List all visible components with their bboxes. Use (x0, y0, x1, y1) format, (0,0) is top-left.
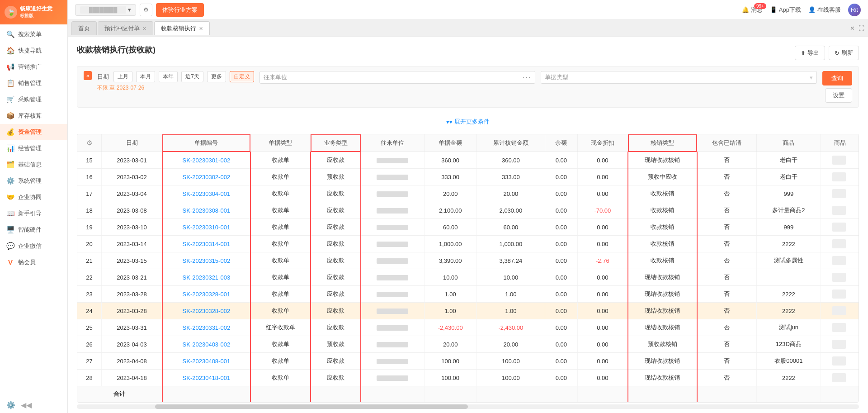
tab-receivable[interactable]: 预计冲应付单 ✕ (98, 21, 153, 35)
finance-icon: 💰 (6, 128, 14, 136)
cell-product1: 多计量商品2 (756, 202, 821, 219)
sidebar-item-inventory[interactable]: 📦 库存核算 (0, 108, 67, 124)
table-row: 18 2023-03-08 SK-20230308-001 收款单 应收款 2,… (77, 202, 859, 219)
sidebar-item-hardware[interactable]: 🖥️ 智能硬件 (0, 222, 67, 238)
settings-gear-button[interactable]: ⚙ (140, 4, 152, 16)
bill-no-link[interactable]: SK-20230308-001 (183, 207, 231, 214)
sidebar-item-search[interactable]: 🔍 搜索菜单 (0, 26, 67, 43)
filter-collapse-btn[interactable]: » (84, 71, 92, 80)
sidebar-item-hardware-label: 智能硬件 (18, 226, 42, 234)
industry-btn[interactable]: 体验行业方案 (156, 3, 204, 17)
sidebar-item-purchase-label: 采购管理 (18, 95, 42, 104)
date-last-month[interactable]: 上月 (113, 71, 132, 82)
cell-product2 (821, 219, 859, 236)
cell-date: 2023-03-15 (101, 252, 162, 269)
bill-no-link[interactable]: SK-20230331-002 (183, 324, 231, 331)
cell-partner (361, 185, 424, 202)
date-custom[interactable]: 自定义 (230, 71, 254, 82)
cell-date: 2023-03-04 (101, 185, 162, 202)
bill-no-link[interactable]: SK-20230403-002 (183, 341, 231, 348)
notification-button[interactable]: 🔔 消息 99+ (742, 6, 763, 14)
cell-include-settled: 否 (697, 353, 756, 370)
date-this-month[interactable]: 本月 (136, 71, 155, 82)
cell-total-offset: -2,430.00 (476, 319, 545, 336)
expand-conditions-btn[interactable]: ▾▾ 展开更多条件 (446, 118, 490, 126)
bill-no-link[interactable]: SK-20230302-002 (183, 174, 231, 180)
member-icon: V (6, 258, 14, 266)
cell-date: 2023-03-28 (101, 303, 162, 319)
settings-bottom-icon[interactable]: ⚙️ (6, 401, 15, 409)
workspace-selector[interactable]: ████████ ▾ (75, 4, 136, 16)
sidebar-item-shortcut[interactable]: 🏠 快捷导航 (0, 43, 67, 59)
bill-no-link[interactable]: SK-20230328-001 (183, 291, 231, 298)
receivable-tab-close[interactable]: ✕ (142, 26, 146, 32)
table-row: 15 2023-03-01 SK-20230301-002 收款单 应收款 36… (77, 152, 859, 169)
sidebar-item-sales[interactable]: 📋 销售管理 (0, 75, 67, 91)
tab-collection[interactable]: 收款核销执行 ✕ (154, 21, 210, 35)
sidebar-item-enterprise[interactable]: 🤝 企业协同 (0, 189, 67, 205)
cell-date: 2023-03-14 (101, 236, 162, 252)
tab-home[interactable]: 首页 (71, 21, 97, 35)
partner-input[interactable] (289, 74, 521, 81)
sidebar-item-basic[interactable]: 🗂️ 基础信息 (0, 157, 67, 173)
refresh-button[interactable]: ↻ 刷新 (829, 46, 859, 60)
query-button[interactable]: 查询 (822, 71, 852, 85)
bill-no-link[interactable]: SK-20230304-001 (183, 190, 231, 197)
bill-no-link[interactable]: SK-20230418-001 (183, 375, 231, 381)
sidebar-item-member[interactable]: V 畅会员 (0, 254, 67, 271)
collapse-icon[interactable]: ◀◀ (21, 401, 32, 409)
bill-type-input[interactable] (570, 74, 808, 81)
sidebar-item-guide-label: 新手引导 (18, 209, 42, 218)
close-window-icon[interactable]: ✕ (850, 25, 855, 32)
collection-tab-close[interactable]: ✕ (199, 26, 203, 32)
column-settings-icon[interactable]: ⚙ (86, 139, 92, 147)
export-button[interactable]: ⬆ 导出 (795, 46, 825, 60)
hardware-icon: 🖥️ (6, 226, 14, 234)
cell-offset-type: 收款核销 (628, 236, 697, 252)
cell-amount: 360.00 (424, 152, 476, 169)
cell-no: 26 (77, 336, 101, 353)
cell-product1: 999 (756, 185, 821, 202)
bill-no-link[interactable]: SK-20230314-001 (183, 241, 231, 247)
app-download-button[interactable]: 📱 App下载 (770, 6, 801, 14)
user-avatar[interactable]: Rit (848, 4, 861, 16)
sidebar-item-marketing[interactable]: 📢 营销推广 (0, 59, 67, 75)
cell-biz-type: 应收款 (311, 303, 361, 319)
cell-date: 2023-04-08 (101, 353, 162, 370)
date-last-7days[interactable]: 近7天 (181, 71, 203, 82)
cell-product2 (821, 336, 859, 353)
bill-no-link[interactable]: SK-20230315-002 (183, 257, 231, 264)
date-this-year[interactable]: 本年 (159, 71, 178, 82)
scroll-thumb[interactable] (155, 404, 468, 409)
sidebar-item-system[interactable]: ⚙️ 系统管理 (0, 173, 67, 189)
sidebar-item-wechat[interactable]: 💬 企业微信 (0, 238, 67, 254)
expand-window-icon[interactable]: ⛶ (859, 25, 864, 32)
date-more[interactable]: 更多 (207, 71, 226, 82)
receivable-tab-label: 预计冲应付单 (104, 24, 140, 33)
settings-button[interactable]: 设置 (825, 88, 852, 103)
partner-more-btn[interactable]: ··· (523, 73, 531, 81)
horizontal-scrollbar[interactable] (77, 404, 859, 409)
bill-no-link[interactable]: SK-20230408-001 (183, 358, 231, 365)
cell-include-settled: 否 (697, 370, 756, 386)
online-service-button[interactable]: 👤 在线客服 (808, 6, 841, 14)
sidebar-item-guide[interactable]: 📖 新手引导 (0, 205, 67, 222)
cell-offset-type: 预收款核销 (628, 336, 697, 353)
bill-no-link[interactable]: SK-20230328-002 (183, 308, 231, 314)
cell-date: 2023-03-28 (101, 286, 162, 303)
bill-no-link[interactable]: SK-20230321-003 (183, 274, 231, 281)
cell-bill-type: 收款单 (250, 353, 311, 370)
sidebar-item-finance[interactable]: 💰 资金管理 (0, 124, 67, 140)
cell-partner (361, 336, 424, 353)
cell-offset-type: 现结收款核销 (628, 303, 697, 319)
cell-product1: 2222 (756, 286, 821, 303)
sidebar-item-purchase[interactable]: 🛒 采购管理 (0, 91, 67, 108)
cell-biz-type: 应收款 (311, 152, 361, 169)
bill-no-link[interactable]: SK-20230310-001 (183, 224, 231, 231)
th-settings[interactable]: ⚙ (77, 134, 101, 152)
sidebar-item-operations[interactable]: 📊 经营管理 (0, 140, 67, 157)
cell-date: 2023-03-10 (101, 219, 162, 236)
cell-product1: 衣服00001 (756, 353, 821, 370)
cell-no: 18 (77, 202, 101, 219)
bill-no-link[interactable]: SK-20230301-002 (183, 157, 231, 164)
